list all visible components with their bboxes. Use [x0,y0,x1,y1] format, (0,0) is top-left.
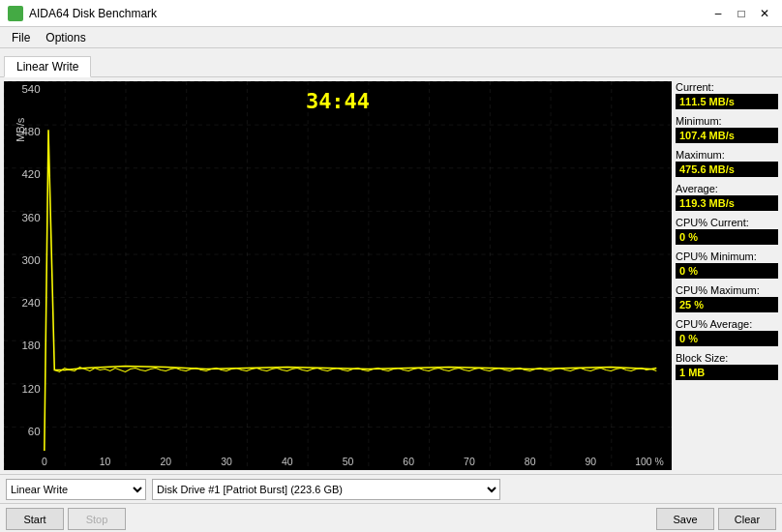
right-panel: Current: 111.5 MB/s Minimum: 107.4 MB/s … [676,77,782,474]
average-label: Average: [676,183,778,194]
svg-text:90: 90 [586,457,597,467]
svg-text:100 %: 100 % [635,457,664,467]
svg-text:420: 420 [21,169,40,181]
svg-text:60: 60 [403,457,414,467]
main-area: 34:44 540 480 420 360 300 240 1 [0,77,782,474]
stat-cpu-average: CPU% Average: 0 % [676,318,778,346]
chart-timer: 34:44 [306,89,370,113]
stat-maximum: Maximum: 475.6 MB/s [676,149,778,177]
tab-bar: Linear Write [0,48,782,77]
svg-text:60: 60 [28,426,41,437]
menu-bar: File Options [0,27,782,48]
cpu-average-label: CPU% Average: [676,318,778,330]
drive-select[interactable]: Disk Drive #1 [Patriot Burst] (223.6 GB) [152,479,500,500]
minimum-value: 107.4 MB/s [676,128,778,143]
svg-text:240: 240 [21,297,40,309]
maximize-button[interactable]: □ [732,4,751,23]
stat-current: Current: 111.5 MB/s [676,81,778,109]
stat-average: Average: 119.3 MB/s [676,183,778,211]
current-label: Current: [676,81,778,93]
save-button[interactable]: Save [656,508,714,530]
cpu-minimum-value: 0 % [676,263,778,279]
svg-text:300: 300 [21,254,40,266]
svg-text:70: 70 [464,457,475,467]
svg-text:10: 10 [100,457,111,467]
title-bar-left: AIDA64 Disk Benchmark [8,6,157,21]
svg-text:540: 540 [21,83,40,95]
svg-text:360: 360 [21,212,40,223]
cpu-current-value: 0 % [676,229,778,245]
button-row: Start Stop Save Clear [0,503,782,532]
chart-svg: 540 480 420 360 300 240 180 120 60 MB/s … [4,81,672,470]
svg-text:120: 120 [21,383,40,395]
svg-text:180: 180 [21,340,40,352]
tab-linear-write[interactable]: Linear Write [4,56,91,77]
benchmark-type-select[interactable]: Linear Write [6,479,146,500]
app-icon [8,6,23,21]
cpu-minimum-label: CPU% Minimum: [676,251,778,262]
title-bar: AIDA64 Disk Benchmark – □ ✕ [0,0,782,27]
title-bar-controls: – □ ✕ [708,4,774,23]
svg-text:MB/s: MB/s [15,117,26,142]
menu-options[interactable]: Options [38,29,93,46]
menu-file[interactable]: File [4,29,38,46]
svg-text:80: 80 [525,457,536,467]
minimum-label: Minimum: [676,115,778,127]
stat-cpu-minimum: CPU% Minimum: 0 % [676,251,778,279]
cpu-maximum-label: CPU% Maximum: [676,284,778,296]
maximum-value: 475.6 MB/s [676,162,778,177]
stop-button[interactable]: Stop [68,508,126,530]
stat-block-size: Block Size: 1 MB [676,352,778,380]
stat-cpu-current: CPU% Current: 0 % [676,217,778,245]
cpu-maximum-value: 25 % [676,297,778,312]
stat-minimum: Minimum: 107.4 MB/s [676,115,778,143]
window-title: AIDA64 Disk Benchmark [29,7,157,20]
block-size-label: Block Size: [676,352,778,364]
svg-rect-4 [4,81,672,470]
clear-button[interactable]: Clear [718,508,776,530]
start-button[interactable]: Start [6,508,64,530]
cpu-current-label: CPU% Current: [676,217,778,228]
block-size-value: 1 MB [676,365,778,380]
average-value: 119.3 MB/s [676,195,778,211]
maximum-label: Maximum: [676,149,778,161]
chart-area: 34:44 540 480 420 360 300 240 1 [4,81,672,470]
svg-text:0: 0 [42,457,47,467]
svg-text:50: 50 [343,457,354,467]
current-value: 111.5 MB/s [676,94,778,109]
stat-cpu-maximum: CPU% Maximum: 25 % [676,284,778,312]
svg-text:30: 30 [221,457,232,467]
cpu-average-value: 0 % [676,331,778,346]
svg-text:20: 20 [160,457,171,467]
svg-text:40: 40 [282,457,293,467]
bottom-controls: Linear Write Disk Drive #1 [Patriot Burs… [0,474,782,503]
minimize-button[interactable]: – [708,4,728,23]
close-button[interactable]: ✕ [755,4,774,23]
